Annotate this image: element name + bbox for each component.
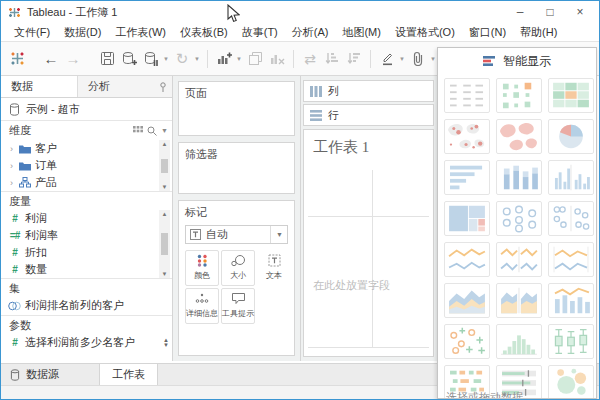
mark-type-dropdown[interactable]: 自动 ▼	[185, 225, 288, 244]
stacked-bars-thumbnail[interactable]	[496, 160, 542, 195]
dimension-row-order[interactable]: › 订单	[1, 157, 172, 174]
horizontal-bars-thumbnail[interactable]	[444, 160, 490, 195]
mark-type-caret-icon: ▼	[270, 226, 283, 243]
heat-map-thumbnail[interactable]	[496, 78, 542, 113]
scatter-plot-thumbnail[interactable]	[444, 324, 490, 359]
maximize-button[interactable]: □	[535, 1, 565, 23]
new-worksheet-caret-icon[interactable]: ▼	[236, 56, 243, 62]
dual-combination-thumbnail[interactable]	[548, 283, 594, 318]
marks-card-title: 标记	[185, 206, 207, 218]
sort-ascending-icon[interactable]	[322, 49, 342, 69]
new-datasource-icon[interactable]	[119, 49, 139, 69]
menu-story[interactable]: 故事(T)	[235, 23, 285, 41]
expander-icon[interactable]: ›	[8, 161, 15, 171]
set-row-top-customers[interactable]: 利润排名前列的客户	[1, 297, 172, 314]
tooltip-button[interactable]: 工具提示	[221, 288, 255, 324]
menu-data[interactable]: 数据(D)	[57, 23, 108, 41]
dimension-row-customer[interactable]: › 客户	[1, 140, 172, 157]
size-circles-icon	[230, 254, 246, 267]
size-button[interactable]: 大小	[221, 250, 255, 286]
treemap-thumbnail[interactable]	[444, 201, 490, 236]
menu-file[interactable]: 文件(F)	[7, 23, 57, 41]
tab-data[interactable]: 数据	[1, 76, 77, 97]
discrete-area-thumbnail[interactable]	[496, 283, 542, 318]
parameters-list: # 选择利润前多少名客户 ▲▼	[1, 334, 172, 352]
highlight-table-thumbnail[interactable]	[548, 78, 594, 113]
cards-pane: 页面 筛选器 标记 自动 ▼ 颜色 大小	[173, 76, 301, 361]
histogram-thumbnail[interactable]	[496, 324, 542, 359]
group-members-caret-icon[interactable]: ▼	[430, 56, 437, 62]
tab-analytics[interactable]: 分析	[77, 76, 154, 97]
packed-bubbles-thumbnail[interactable]	[548, 365, 594, 399]
dimensions-menu-caret-icon[interactable]: ▼	[161, 127, 168, 134]
highlight-icon[interactable]	[377, 49, 397, 69]
menu-analysis[interactable]: 分析(A)	[285, 23, 336, 41]
expander-icon[interactable]: ›	[8, 144, 15, 154]
columns-shelf[interactable]: 列	[303, 80, 434, 102]
show-me-header[interactable]: 智能显示	[438, 48, 596, 74]
symbol-map-thumbnail[interactable]	[444, 119, 490, 154]
parameter-row-top-n[interactable]: # 选择利润前多少名客户 ▲▼	[1, 334, 172, 351]
new-worksheet-icon[interactable]	[214, 49, 234, 69]
sets-header: 集	[1, 278, 172, 297]
redo-icon[interactable]: →	[63, 49, 83, 69]
filled-map-thumbnail[interactable]	[496, 119, 542, 154]
highlight-caret-icon[interactable]: ▼	[399, 56, 406, 62]
swap-axes-icon[interactable]: ⇄	[300, 49, 320, 69]
measure-row-discount[interactable]: # 折扣	[1, 244, 172, 261]
measures-scrollbar[interactable]: ▲▼	[159, 210, 170, 278]
text-button[interactable]: 文本	[257, 250, 291, 286]
menu-window[interactable]: 窗口(N)	[462, 23, 513, 41]
measure-row-profit[interactable]: # 利润	[1, 210, 172, 227]
sort-descending-icon[interactable]	[344, 49, 364, 69]
menu-help[interactable]: 帮助(H)	[513, 23, 564, 41]
continuous-area-thumbnail[interactable]	[444, 283, 490, 318]
measure-row-quantity[interactable]: # 数量	[1, 261, 172, 278]
side-by-side-bars-thumbnail[interactable]	[548, 160, 594, 195]
close-button[interactable]: ×	[565, 1, 595, 23]
save-icon[interactable]	[97, 49, 117, 69]
pin-icon[interactable]	[154, 76, 172, 97]
text-label-icon	[268, 254, 281, 267]
refresh-icon[interactable]: ↻	[172, 49, 192, 69]
text-button-label: 文本	[266, 270, 282, 282]
dimension-row-product[interactable]: › 产品	[1, 174, 172, 191]
filters-card[interactable]: 筛选器	[178, 142, 295, 194]
tableau-logo-icon	[8, 6, 21, 19]
pause-updates-caret-icon[interactable]: ▼	[163, 56, 170, 62]
color-button[interactable]: 颜色	[185, 250, 219, 286]
tab-datasource[interactable]: 数据源	[1, 364, 71, 385]
duplicate-sheet-icon[interactable]	[245, 49, 265, 69]
box-and-whisker-thumbnail[interactable]	[548, 324, 594, 359]
spinner-control[interactable]: ▲▼	[163, 338, 169, 348]
side-by-side-circles-thumbnail[interactable]	[548, 201, 594, 236]
undo-icon[interactable]: ←	[41, 49, 61, 69]
circle-views-thumbnail[interactable]	[496, 201, 542, 236]
refresh-caret-icon[interactable]: ▼	[194, 56, 201, 62]
pause-updates-icon[interactable]	[141, 49, 161, 69]
minimize-button[interactable]: –	[505, 1, 535, 23]
menu-worksheet[interactable]: 工作表(W)	[108, 23, 173, 41]
dual-lines-thumbnail[interactable]	[548, 242, 594, 277]
view-grid-icon[interactable]	[133, 126, 143, 136]
search-icon[interactable]	[147, 126, 157, 136]
continuous-lines-thumbnail[interactable]	[444, 242, 490, 277]
tab-worksheet[interactable]: 工作表	[99, 364, 158, 385]
clear-sheet-icon[interactable]	[267, 49, 287, 69]
rows-shelf[interactable]: 行	[303, 104, 434, 126]
pages-card[interactable]: 页面	[178, 81, 295, 136]
menu-map[interactable]: 地图(M)	[335, 23, 388, 41]
detail-button[interactable]: 详细信息	[185, 288, 219, 324]
discrete-lines-thumbnail[interactable]	[496, 242, 542, 277]
menu-format[interactable]: 设置格式(O)	[388, 23, 462, 41]
datasource-item[interactable]: 示例 - 超市	[1, 98, 172, 121]
pie-chart-thumbnail[interactable]	[548, 119, 594, 154]
worksheet-canvas[interactable]: 工作表 1 在此处放置字段	[303, 129, 434, 357]
dimensions-scrollbar[interactable]: ▲▼	[159, 140, 170, 191]
group-members-icon[interactable]	[408, 49, 428, 69]
show-me-panel: 智能显示 选择或拖动数据	[437, 47, 597, 399]
expander-icon[interactable]: ›	[8, 178, 15, 188]
text-table-thumbnail[interactable]	[444, 78, 490, 113]
measure-row-profit-ratio[interactable]: =# 利润率	[1, 227, 172, 244]
menu-dashboard[interactable]: 仪表板(B)	[173, 23, 235, 41]
